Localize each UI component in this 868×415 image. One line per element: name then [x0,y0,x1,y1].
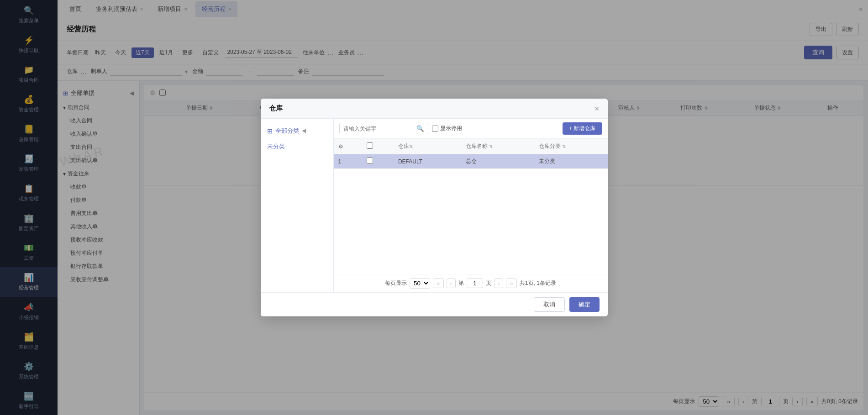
modal-row-index: 1 [334,154,363,169]
modal-pagination-total: 共1页, 1条记录 [520,279,556,287]
modal-left-panel: ⊞ 全部分类 ◀ 未分类 [261,119,334,292]
modal-th-checkbox [362,139,394,154]
grid-icon-modal: ⊞ [267,127,273,135]
modal-row-category: 未分类 [534,154,607,169]
modal-row-code: DEFAULT [394,154,461,169]
modal-toolbar: 🔍 显示停用 + 新增仓库 [334,119,608,139]
modal-cancel-btn[interactable]: 取消 [534,297,565,312]
modal-pagination: 每页显示 50 « ‹ 第 页 › » 共1页, 1条记录 [334,274,608,292]
modal-left-all-category[interactable]: ⊞ 全部分类 ◀ [261,123,333,139]
modal-search-input[interactable] [340,124,413,134]
modal-right-panel: 🔍 显示停用 + 新增仓库 ⚙ [334,119,608,292]
modal-footer: 取消 确定 [261,292,608,316]
modal-page-label: 页 [486,279,491,287]
modal-header: 仓库 × [261,99,608,119]
modal-select-all[interactable] [367,142,373,149]
modal-close-btn[interactable]: × [594,105,600,113]
modal-page-input[interactable] [467,278,483,288]
modal-row-check[interactable] [367,158,373,164]
modal-last-btn[interactable]: » [506,278,516,288]
modal-per-page-select[interactable]: 50 [410,278,430,289]
modal-show-disabled-label: 显示停用 [440,125,462,132]
modal-title: 仓库 [269,104,283,113]
modal-th-category: 仓库分类 ⇅ [534,139,607,154]
modal-table: ⚙ 仓库⇅ 仓库名称 ⇅ 仓库分类 ⇅ 1 DEFAULT [334,139,608,169]
modal-search-box: 🔍 [339,123,428,134]
modal-body: ⊞ 全部分类 ◀ 未分类 🔍 显示停用 [261,119,608,292]
modal-search-btn[interactable]: 🔍 [413,123,428,134]
modal-table-header-row: ⚙ 仓库⇅ 仓库名称 ⇅ 仓库分类 ⇅ [334,139,608,154]
modal-add-warehouse-btn[interactable]: + 新增仓库 [563,122,602,135]
modal-left-collapse[interactable]: ◀ [302,127,309,135]
modal-page-label-pre: 第 [458,279,464,287]
warehouse-modal: 仓库 × ⊞ 全部分类 ◀ 未分类 🔍 [261,99,608,316]
modal-left-all-label: 全部分类 [275,127,299,135]
modal-show-disabled-checkbox[interactable] [432,126,438,132]
modal-overlay: 仓库 × ⊞ 全部分类 ◀ 未分类 🔍 [0,0,868,415]
modal-confirm-btn[interactable]: 确定 [569,297,600,312]
modal-per-page-label: 每页显示 [385,279,407,287]
modal-table-row[interactable]: 1 DEFAULT 总仓 未分类 [334,154,608,169]
modal-table-wrap: ⚙ 仓库⇅ 仓库名称 ⇅ 仓库分类 ⇅ 1 DEFAULT [334,139,608,274]
modal-next-btn[interactable]: › [494,278,503,288]
modal-prev-btn[interactable]: ‹ [447,278,456,288]
modal-first-btn[interactable]: « [433,278,443,288]
modal-gear-icon[interactable]: ⚙ [338,143,343,150]
modal-show-disabled[interactable]: 显示停用 [432,125,462,132]
modal-th-gear: ⚙ [334,139,363,154]
modal-row-name: 总仓 [461,154,534,169]
modal-row-checkbox [362,154,394,169]
modal-th-name: 仓库名称 ⇅ [461,139,534,154]
modal-left-uncategorized[interactable]: 未分类 [261,139,333,154]
modal-th-code: 仓库⇅ [394,139,461,154]
